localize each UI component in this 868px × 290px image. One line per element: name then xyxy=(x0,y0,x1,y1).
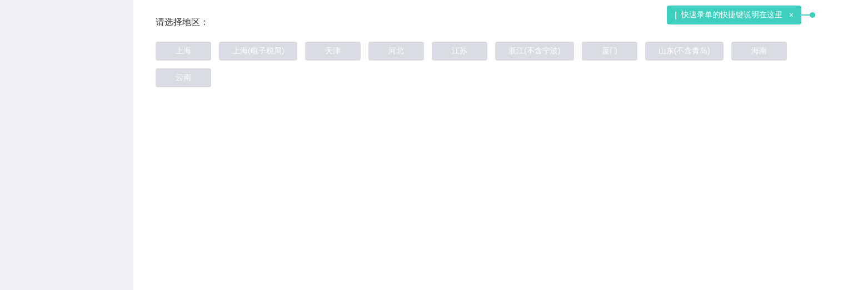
region-button-5[interactable]: 浙江(不含宁波) xyxy=(495,42,573,61)
sidebar xyxy=(0,0,133,290)
region-button-3[interactable]: 河北 xyxy=(368,42,424,61)
region-button-1[interactable]: 上海(电子税局) xyxy=(219,42,297,61)
main-content: 请选择地区： 上海上海(电子税局)天津河北江苏浙江(不含宁波)厦门山东(不含青岛… xyxy=(133,0,868,290)
region-buttons: 上海上海(电子税局)天津河北江苏浙江(不含宁波)厦门山东(不含青岛)海南云南 xyxy=(156,42,846,87)
region-button-9[interactable]: 云南 xyxy=(156,68,211,87)
region-button-8[interactable]: 海南 xyxy=(731,42,787,61)
region-button-0[interactable]: 上海 xyxy=(156,42,211,61)
region-button-6[interactable]: 厦门 xyxy=(582,42,637,61)
region-button-7[interactable]: 山东(不含青岛) xyxy=(645,42,724,61)
dot-indicator xyxy=(810,12,815,18)
tooltip-banner: 快速录单的快捷键说明在这里 × xyxy=(667,6,801,24)
tooltip-close-button[interactable]: × xyxy=(789,11,794,19)
tooltip-text: 快速录单的快捷键说明在这里 xyxy=(681,10,782,20)
region-button-4[interactable]: 江苏 xyxy=(432,42,487,61)
region-button-2[interactable]: 天津 xyxy=(305,42,361,61)
